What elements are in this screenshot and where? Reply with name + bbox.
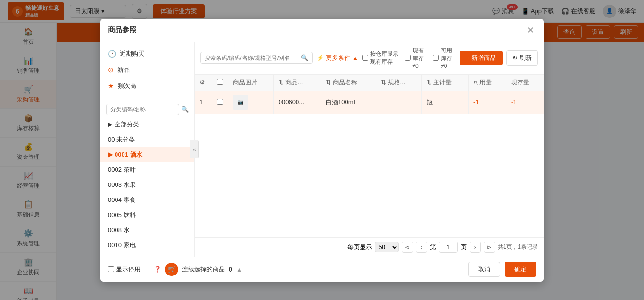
- category-00-label: 00 未分类: [108, 135, 135, 144]
- prev-page-button[interactable]: ‹: [416, 242, 427, 253]
- total-info: 共1页，1条记录: [498, 243, 538, 251]
- modal-body: 🕐 近期购买 ⊙ 新品 ★ 频次高 🔍: [100, 42, 544, 257]
- row-code: 000600...: [273, 91, 321, 114]
- divider: [100, 98, 194, 98]
- recent-purchases-item[interactable]: 🕐 近期购买: [100, 46, 194, 62]
- category-search-icon[interactable]: 🔍: [181, 106, 189, 113]
- th-image-label: 商品图片: [233, 79, 257, 86]
- category-0002[interactable]: 0002 茶叶: [100, 162, 194, 177]
- new-icon: ⊙: [108, 66, 114, 74]
- category-00[interactable]: 00 未分类: [100, 132, 194, 147]
- recent-purchases-label: 近期购买: [120, 50, 144, 58]
- clock-icon: 🕐: [108, 50, 116, 58]
- th-unit-sort-icon: ⇅: [427, 79, 432, 86]
- search-input-wrap: 🔍: [200, 52, 313, 64]
- category-0004[interactable]: 0004 零食: [100, 192, 194, 208]
- per-page-select[interactable]: 50 100: [375, 242, 399, 252]
- category-0004-label: 0004 零食: [108, 196, 136, 204]
- collapse-cart-icon[interactable]: ▲: [236, 266, 243, 273]
- modal-right-panel: 🔍 ⚡ 更多条件 ▲ 按仓库显示现有库存 现: [195, 42, 544, 257]
- row-num: 1: [195, 91, 212, 114]
- th-stock: 现存量: [506, 75, 544, 91]
- first-page-button[interactable]: ⊲: [402, 242, 413, 253]
- frequent-label: 频次高: [118, 82, 136, 90]
- category-0005-label: 0005 饮料: [108, 211, 136, 219]
- th-spec-label: 规格...: [388, 79, 405, 86]
- page-input[interactable]: [439, 242, 458, 253]
- filter-button[interactable]: ⚡ 更多条件 ▲: [316, 54, 358, 62]
- modal-close-button[interactable]: ✕: [525, 25, 536, 36]
- show-disabled-checkbox[interactable]: [108, 266, 114, 272]
- category-0005[interactable]: 0005 饮料: [100, 208, 194, 223]
- checkbox-warehouse-input[interactable]: [362, 55, 368, 61]
- cancel-button[interactable]: 取消: [468, 262, 500, 277]
- table-row[interactable]: 1 📷 000600... 白酒100ml 瓶: [195, 91, 544, 114]
- th-spec[interactable]: ⇅ 规格...: [376, 75, 421, 91]
- modal-overlay: 商品参照 ✕ 🕐 近期购买 ⊙ 新品 ★ 频次高: [0, 0, 644, 300]
- category-0001[interactable]: ▶ 0001 酒水: [100, 147, 194, 162]
- category-0010[interactable]: 0010 家电: [100, 238, 194, 253]
- select-all-checkbox[interactable]: [217, 79, 223, 85]
- search-input[interactable]: [205, 55, 299, 61]
- th-available-label: 可用量: [473, 79, 492, 86]
- category-0001-label: 0001 酒水: [115, 150, 142, 159]
- th-available: 可用量: [469, 75, 506, 91]
- th-settings[interactable]: ⚙: [195, 75, 212, 91]
- checkbox-available-nonzero-input[interactable]: [433, 55, 439, 61]
- footer-right: 取消 确定: [468, 262, 536, 277]
- product-table: ⚙ 商品图片 ⇅ 商品...: [195, 75, 544, 114]
- table-settings-icon: ⚙: [199, 79, 205, 86]
- new-products-item[interactable]: ⊙ 新品: [100, 62, 194, 78]
- table-header-row: ⚙ 商品图片 ⇅ 商品...: [195, 75, 544, 91]
- show-disabled-label[interactable]: 显示停用: [108, 265, 140, 274]
- product-reference-modal: 商品参照 ✕ 🕐 近期购买 ⊙ 新品 ★ 频次高: [100, 19, 544, 282]
- category-all[interactable]: ▶ 全部分类: [100, 117, 194, 132]
- collapse-left-button[interactable]: «: [190, 140, 199, 158]
- row-name: 白酒100ml: [321, 91, 376, 114]
- row-checkbox[interactable]: [217, 99, 223, 105]
- category-0008[interactable]: 0008 水: [100, 223, 194, 238]
- footer-left: 显示停用: [108, 265, 140, 274]
- row-image: 📷: [228, 91, 273, 114]
- add-product-button[interactable]: + 新增商品: [460, 51, 503, 65]
- category-0003-label: 0003 水果: [108, 181, 136, 189]
- category-search-input[interactable]: [106, 104, 179, 115]
- category-all-arrow: ▶: [108, 121, 113, 128]
- category-0002-label: 0002 茶叶: [108, 166, 136, 174]
- cart-icon[interactable]: 🛒: [165, 263, 178, 276]
- th-name-label: 商品名称: [333, 79, 357, 86]
- chevron-up-icon: ▲: [352, 54, 358, 61]
- last-page-button[interactable]: ⊳: [484, 242, 495, 253]
- row-stock: -1: [506, 91, 544, 114]
- th-unit-label: 主计量: [433, 79, 452, 86]
- confirm-button[interactable]: 确定: [505, 262, 536, 277]
- per-page-label: 每页显示: [347, 243, 372, 251]
- category-0010-label: 0010 家电: [108, 241, 136, 250]
- category-list: ▶ 全部分类 00 未分类 ▶ 0001 酒水 0002 茶叶 0003 水果: [100, 117, 194, 253]
- checkbox-stock-nonzero-label: 现有库存≠0: [413, 47, 428, 69]
- row-check[interactable]: [212, 91, 228, 114]
- th-name[interactable]: ⇅ 商品名称: [321, 75, 376, 91]
- frequent-item[interactable]: ★ 频次高: [100, 78, 194, 94]
- category-0008-label: 0008 水: [108, 226, 130, 234]
- next-page-button[interactable]: ›: [470, 242, 481, 253]
- product-thumbnail: 📷: [233, 95, 248, 110]
- refresh-icon: ↻: [512, 54, 518, 61]
- new-products-label: 新品: [117, 66, 130, 74]
- category-all-label: 全部分类: [115, 120, 139, 129]
- help-icon[interactable]: ❓: [154, 266, 161, 273]
- checkbox-available-nonzero[interactable]: 可用库存≠0: [433, 47, 456, 69]
- checkbox-stock-nonzero-input[interactable]: [405, 55, 411, 61]
- checkbox-warehouse[interactable]: 按仓库显示现有库存: [362, 50, 399, 66]
- refresh-label: 刷新: [520, 54, 532, 62]
- checkbox-warehouse-label: 按仓库显示现有库存: [370, 50, 399, 66]
- category-0001-arrow: ▶: [108, 151, 113, 158]
- product-table-wrap: ⚙ 商品图片 ⇅ 商品...: [195, 75, 544, 237]
- checkbox-stock-nonzero[interactable]: 现有库存≠0: [405, 47, 428, 69]
- modal-header: 商品参照 ✕: [100, 19, 544, 42]
- th-check[interactable]: [212, 75, 228, 91]
- refresh-button[interactable]: ↻ 刷新: [506, 50, 538, 66]
- category-0003[interactable]: 0003 水果: [100, 177, 194, 192]
- th-code[interactable]: ⇅ 商品...: [273, 75, 321, 91]
- th-unit[interactable]: ⇅ 主计量: [421, 75, 469, 91]
